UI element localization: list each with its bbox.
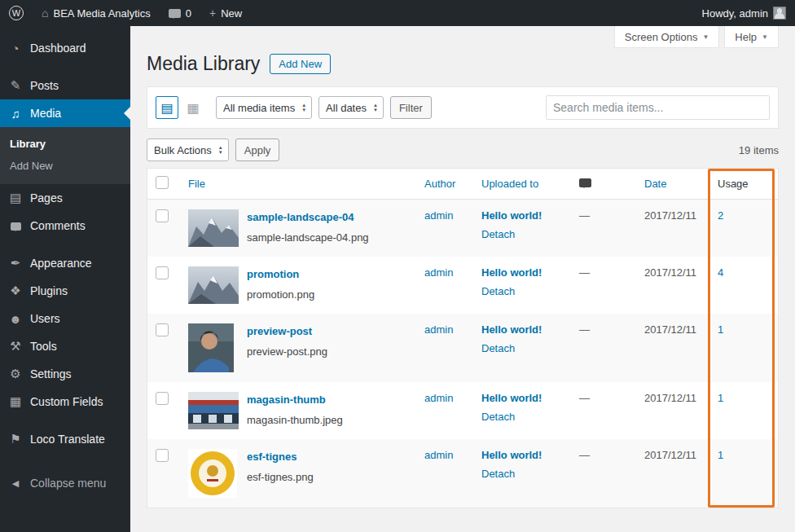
list-view-icon: ▤ xyxy=(160,100,173,116)
media-type-filter-select[interactable]: All media items ▲▼ xyxy=(216,96,312,119)
filter-button[interactable]: Filter xyxy=(390,96,432,119)
usage-count-link[interactable]: 2 xyxy=(718,209,723,222)
usage-count-link[interactable]: 1 xyxy=(718,392,723,404)
thumbnail-magasin-thumb[interactable] xyxy=(188,392,239,429)
site-menu[interactable]: ⌂ BEA Media Analytics xyxy=(33,0,160,26)
author-link[interactable]: admin xyxy=(424,392,453,404)
submenu-item-add-new[interactable]: Add New xyxy=(0,155,130,177)
sidebar-item-media[interactable]: ♫ Media xyxy=(0,99,130,127)
list-view-button[interactable]: ▤ xyxy=(156,96,178,119)
date-value: 2017/12/11 xyxy=(636,382,709,439)
uploaded-to-link[interactable]: Hello world! xyxy=(481,323,563,336)
wordpress-menu[interactable]: W xyxy=(0,0,33,26)
sidebar-item-tools[interactable]: ⚒ Tools xyxy=(0,332,130,360)
table-row: preview-post preview-post.png admin Hell… xyxy=(147,314,778,382)
media-title-link[interactable]: magasin-thumb xyxy=(247,394,343,406)
usage-count-link[interactable]: 1 xyxy=(718,323,723,336)
thumbnail-sample-landscape-04[interactable] xyxy=(188,209,239,247)
sidebar-item-label: Pages xyxy=(30,191,63,204)
thumbnail-preview-post[interactable] xyxy=(188,323,239,372)
table-row: promotion promotion.png admin Hello worl… xyxy=(147,257,778,314)
sidebar-item-loco-translate[interactable]: ⚑ Loco Translate xyxy=(0,425,130,453)
uploaded-to-link[interactable]: Hello world! xyxy=(481,209,563,222)
detach-link[interactable]: Detach xyxy=(481,468,563,480)
usage-count-link[interactable]: 1 xyxy=(718,449,723,461)
date-filter-select[interactable]: All dates ▲▼ xyxy=(318,96,384,119)
add-new-button[interactable]: Add New xyxy=(270,54,331,74)
date-value: 2017/12/11 xyxy=(636,314,709,382)
sidebar-item-custom-fields[interactable]: ▦ Custom Fields xyxy=(0,388,130,415)
uploaded-to-link[interactable]: Hello world! xyxy=(481,266,563,279)
search-input[interactable] xyxy=(546,95,770,120)
author-link[interactable]: admin xyxy=(424,449,453,461)
column-header-author[interactable]: Author xyxy=(416,169,473,200)
sidebar-item-posts[interactable]: ✎ Posts xyxy=(0,72,130,99)
detach-link[interactable]: Detach xyxy=(481,342,563,354)
media-title-link[interactable]: preview-post xyxy=(247,325,327,337)
grid-view-button[interactable]: ▦ xyxy=(182,96,204,119)
column-header-usage: Usage xyxy=(709,169,778,200)
detach-link[interactable]: Detach xyxy=(481,411,563,423)
media-title-link[interactable]: sample-landscape-04 xyxy=(247,211,369,223)
sidebar-item-label: Loco Translate xyxy=(30,433,105,446)
sidebar-item-label: Posts xyxy=(30,79,59,92)
sidebar-item-plugins[interactable]: ❖ Plugins xyxy=(0,277,130,305)
thumbnail-esf-tignes[interactable] xyxy=(188,449,239,498)
column-header-comments[interactable] xyxy=(571,169,636,200)
sidebar-item-appearance[interactable]: ✒ Appearance xyxy=(0,249,130,277)
uploaded-to-link[interactable]: Hello world! xyxy=(481,449,563,461)
collapse-menu-button[interactable]: ◀ Collapse menu xyxy=(0,469,130,497)
author-link[interactable]: admin xyxy=(424,323,453,336)
bulk-actions-row: Bulk Actions ▲▼ Apply 19 items xyxy=(147,138,779,161)
new-content-menu[interactable]: + New xyxy=(200,0,251,26)
column-header-file[interactable]: File xyxy=(180,169,416,200)
appearance-icon: ✒ xyxy=(8,256,23,270)
wordpress-admin-screen: W ⌂ BEA Media Analytics 0 + New Howdy, a… xyxy=(0,0,795,532)
select-arrows-icon: ▲▼ xyxy=(218,145,223,155)
uploaded-to-link[interactable]: Hello world! xyxy=(481,392,563,404)
row-checkbox[interactable] xyxy=(156,209,169,222)
sidebar-item-dashboard[interactable]: ◔ Dashboard xyxy=(0,34,130,62)
plugins-icon: ❖ xyxy=(8,284,23,298)
usage-count-link[interactable]: 4 xyxy=(718,266,723,279)
help-tab[interactable]: Help ▼ xyxy=(724,26,779,48)
thumbnail-promotion[interactable] xyxy=(188,266,239,304)
sidebar-item-settings[interactable]: ⚙ Settings xyxy=(0,360,130,388)
comments-value: — xyxy=(579,266,590,279)
account-menu[interactable]: Howdy, admin xyxy=(693,0,795,26)
bulk-actions-select[interactable]: Bulk Actions ▲▼ xyxy=(147,138,229,161)
media-table-card: File Author Uploaded to Date Usage xyxy=(147,168,779,508)
select-all-checkbox[interactable] xyxy=(156,176,169,189)
items-count: 19 items xyxy=(739,144,779,156)
sidebar-item-comments[interactable]: Comments xyxy=(0,212,130,240)
comments-shortcut[interactable]: 0 xyxy=(160,0,200,26)
chevron-down-icon: ▼ xyxy=(702,33,709,41)
dashboard-icon: ◔ xyxy=(8,42,23,55)
row-checkbox[interactable] xyxy=(156,266,169,279)
submenu-item-library[interactable]: Library xyxy=(0,133,130,155)
author-link[interactable]: admin xyxy=(424,209,453,222)
apply-button[interactable]: Apply xyxy=(235,138,280,161)
row-checkbox[interactable] xyxy=(156,449,169,462)
media-title-link[interactable]: promotion xyxy=(247,268,314,280)
custom-fields-icon: ▦ xyxy=(8,394,23,409)
table-row: magasin-thumb magasin-thumb.jpeg admin H… xyxy=(147,382,778,439)
row-checkbox[interactable] xyxy=(156,323,169,336)
sidebar-item-label: Appearance xyxy=(30,257,92,270)
detach-link[interactable]: Detach xyxy=(481,285,563,297)
media-icon: ♫ xyxy=(8,107,23,121)
screen-options-tab[interactable]: Screen Options ▼ xyxy=(614,26,720,48)
column-header-uploaded-to[interactable]: Uploaded to xyxy=(473,169,571,200)
media-title-link[interactable]: esf-tignes xyxy=(247,451,314,463)
sidebar-item-pages[interactable]: ▤ Pages xyxy=(0,184,130,212)
screen-options-label: Screen Options xyxy=(625,31,698,43)
comments-column-icon xyxy=(579,178,591,187)
author-link[interactable]: admin xyxy=(424,266,453,279)
chevron-down-icon: ▼ xyxy=(762,33,768,41)
comments-icon xyxy=(8,219,23,233)
row-checkbox[interactable] xyxy=(156,392,169,405)
column-header-date[interactable]: Date xyxy=(636,169,709,200)
loco-translate-icon: ⚑ xyxy=(8,432,23,446)
detach-link[interactable]: Detach xyxy=(481,228,563,240)
sidebar-item-users[interactable]: ☻ Users xyxy=(0,305,130,332)
